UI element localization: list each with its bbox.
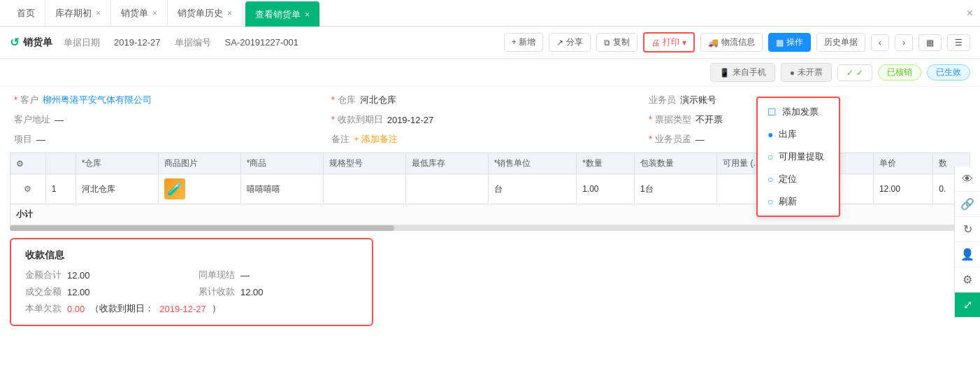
side-link-button[interactable]: 🔗 (955, 192, 980, 217)
payment-info-title: 收款信息 (25, 249, 358, 262)
tab-close-sales-order[interactable]: × (152, 8, 157, 18)
project-label: 项目 (14, 133, 32, 146)
tab-close-inventory-init[interactable]: × (96, 8, 101, 18)
product-thumbnail: 🧪 (164, 178, 185, 199)
menu-add-invoice[interactable]: ☐ 添加发票 (758, 101, 839, 123)
side-refresh-button[interactable]: ↻ (955, 217, 980, 242)
horizontal-scrollbar[interactable] (10, 225, 970, 231)
cumulative-field: 累计收款 12.00 (199, 286, 358, 298)
side-eye-button[interactable]: 👁 (955, 167, 980, 192)
col-image: 商品图片 (158, 153, 240, 174)
meta-date-label: 单据日期 (64, 36, 100, 49)
row-unit-price: 12.00 (873, 174, 932, 204)
deal-amount-label: 成交金额 (25, 286, 62, 298)
cumulative-label: 累计收款 (199, 286, 235, 298)
nav-prev-button[interactable]: ‹ (871, 34, 889, 51)
refresh-circle-icon: ↻ (963, 223, 972, 236)
note-label: 备注 (331, 133, 350, 146)
grid-view-button[interactable]: ▦ (918, 34, 942, 51)
row-gear[interactable]: ⚙ (10, 174, 46, 204)
copy-button[interactable]: ⧉ 复制 (596, 33, 637, 52)
side-expand-button[interactable]: ⤢ (955, 293, 980, 318)
window-close-button[interactable]: × (967, 7, 973, 20)
tab-home[interactable]: 首页 (7, 0, 45, 26)
side-settings-button[interactable]: ⚙ (955, 267, 980, 293)
address-field: 客户地址 — (14, 113, 331, 126)
payment-grid: 金额合计 12.00 同单现结 — 成交金额 12.00 累计收款 12.00 … (25, 269, 358, 315)
operation-button[interactable]: ▦ 操作 (768, 33, 811, 52)
col-gear: ⚙ (10, 153, 46, 174)
payment-date-field: 收款到期日 2019-12-27 (331, 113, 649, 126)
warehouse-label: 仓库 (331, 94, 356, 106)
same-order-settlement-value: — (240, 270, 250, 281)
payment-date-value: 2019-12-27 (387, 115, 434, 125)
row-image: 🧪 (158, 174, 240, 204)
locate-icon: ○ (768, 174, 773, 185)
settings-icon: ⚙ (963, 273, 972, 286)
operation-dropdown-menu: ☐ 添加发票 ● 出库 ○ 可用量提取 ○ 定位 ○ 刷新 (756, 97, 840, 217)
customer-label: 客户 (14, 94, 38, 106)
menu-available-qty[interactable]: ○ 可用量提取 (758, 146, 839, 168)
menu-locate[interactable]: ○ 定位 (758, 168, 839, 190)
tab-sales-order[interactable]: 销货单 × (111, 0, 168, 26)
col-pack-qty: 包装数量 (635, 153, 717, 174)
tab-view-sales-order[interactable]: 查看销货单 × (245, 1, 319, 27)
meta-date-value: 2019-12-27 (114, 37, 161, 48)
nav-next-button[interactable]: › (895, 34, 913, 51)
payment-date-label: 收款到期日 (331, 113, 383, 126)
tab-close-sales-history[interactable]: × (227, 8, 232, 18)
available-qty-label: 可用量提取 (779, 150, 824, 163)
sales-rep-label: 业务员孟 (649, 133, 691, 146)
note-field: 备注 添加备注 (331, 133, 649, 146)
print-button[interactable]: 🖨 打印 ▾ (643, 32, 695, 52)
add-note-button[interactable]: 添加备注 (354, 133, 398, 146)
expand-icon: ⤢ (963, 298, 972, 311)
refresh-label: 刷新 (779, 195, 797, 208)
list-view-button[interactable]: ☰ (947, 34, 970, 51)
owed-note: （收款到期日： (90, 302, 154, 315)
customer-value[interactable]: 柳州粤港平安气体有限公司 (43, 94, 152, 106)
address-value: — (55, 115, 64, 125)
col-spec: 规格型号 (323, 153, 405, 174)
new-button[interactable]: + 新增 (504, 33, 543, 52)
outbound-icon: ● (768, 129, 773, 140)
confirm-button[interactable]: ✓ ✓ (837, 64, 872, 81)
operation-grid-icon: ▦ (776, 38, 784, 48)
confirmed-sale-button[interactable]: 已核销 (878, 64, 921, 80)
total-label: 金额合计 (25, 269, 62, 281)
menu-outbound[interactable]: ● 出库 (758, 123, 839, 146)
doc-meta: 单据日期 2019-12-27 单据编号 SA-20191227-001 (64, 36, 493, 49)
row-index: 1 (45, 174, 75, 204)
doc-type-icon: ↺ (10, 36, 19, 49)
tab-close-view-sales[interactable]: × (305, 10, 310, 20)
share-button[interactable]: ↗ 分享 (549, 33, 591, 52)
staff-label: 业务员 (649, 94, 676, 106)
effective-button[interactable]: 已生效 (927, 64, 970, 80)
tab-bar: 首页 库存期初 × 销货单 × 销货单历史 × 查看销货单 × × (0, 0, 980, 27)
invoice-icon: ● (790, 68, 795, 78)
main-content: ↺ 销货单 单据日期 2019-12-27 单据编号 SA-20191227-0… (0, 27, 980, 373)
doc-title: ↺ 销货单 (10, 36, 52, 49)
eye-icon: 👁 (962, 173, 973, 185)
menu-refresh[interactable]: ○ 刷新 (758, 190, 839, 213)
add-invoice-label: 添加发票 (782, 106, 819, 118)
history-button[interactable]: 历史单据 (816, 33, 865, 52)
tab-inventory-init[interactable]: 库存期初 × (45, 0, 111, 26)
tab-sales-history[interactable]: 销货单历史 × (168, 0, 243, 26)
side-user-button[interactable]: 👤 (955, 242, 980, 267)
row-qty: 1.00 (577, 174, 635, 204)
row-unit: 台 (488, 174, 576, 204)
col-index (45, 153, 75, 174)
logistics-button[interactable]: 🚚 物流信息 (700, 33, 763, 52)
outbound-label: 出库 (779, 128, 797, 141)
deal-amount-field: 成交金额 12.00 (25, 286, 185, 298)
from-phone-button[interactable]: 📱 来自手机 (710, 63, 775, 82)
payment-info-box: 收款信息 金额合计 12.00 同单现结 — 成交金额 12.00 累计收款 1… (10, 238, 373, 326)
due-date-value: 2019-12-27 (159, 304, 206, 314)
row-pack-qty: 1台 (635, 174, 717, 204)
row-min-stock (405, 174, 488, 204)
not-open-invoice-button[interactable]: ● 未开票 (781, 63, 832, 82)
logistics-icon: 🚚 (708, 38, 719, 48)
staff-value: 演示账号 (680, 94, 716, 106)
customer-field: 客户 柳州粤港平安气体有限公司 (14, 94, 331, 106)
